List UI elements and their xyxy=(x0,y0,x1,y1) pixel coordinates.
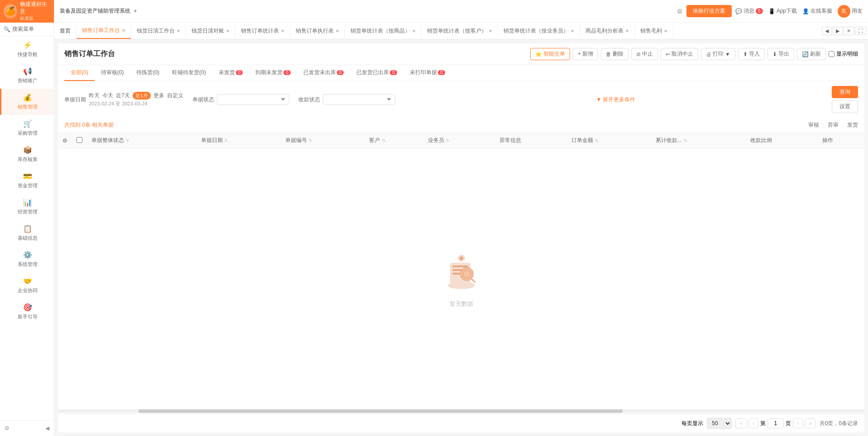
th-settings[interactable]: ⚙ xyxy=(58,133,72,148)
import-button[interactable]: ⬆ 导入 xyxy=(738,48,765,60)
sidebar-item-operations[interactable]: 📊 经营管理 xyxy=(0,194,54,220)
sort-icon[interactable]: ⇅ xyxy=(125,138,129,143)
tab-sales-by-customer[interactable]: 销货单统计表（按客户） ✕ xyxy=(422,24,498,38)
tab-sales-exec[interactable]: 销售订单执行表 ✕ xyxy=(290,24,345,38)
select-all-checkbox[interactable] xyxy=(77,137,82,143)
print-button[interactable]: 🖨 打印 ▼ xyxy=(701,48,735,60)
svg-line-7 xyxy=(471,279,475,282)
filter-tab-overdue-unshipped[interactable]: 到期未发货0 xyxy=(249,65,297,81)
smart-create-button[interactable]: ⭐ 智能生单 xyxy=(530,48,570,60)
sort-icon[interactable]: ⇅ xyxy=(308,138,312,143)
filter-tab-unshipped[interactable]: 未发货0 xyxy=(212,65,249,81)
last-page-button[interactable]: » xyxy=(805,418,816,428)
message-button[interactable]: 💬 消息 6 xyxy=(735,7,763,15)
sidebar-search[interactable]: 🔍 搜索菜单 xyxy=(0,23,54,36)
page-input[interactable]: 1 xyxy=(767,418,784,428)
tab-close-icon[interactable]: ✕ xyxy=(571,28,574,33)
sort-icon[interactable]: ⇅ xyxy=(382,138,385,143)
prev-page-button[interactable]: ‹ xyxy=(748,418,758,428)
tab-home[interactable]: 首页 xyxy=(54,24,77,38)
tab-scroll-left-button[interactable]: ◀ xyxy=(822,27,832,35)
tab-close-icon[interactable]: ✕ xyxy=(281,28,284,33)
tab-close-icon[interactable]: ✕ xyxy=(664,28,667,33)
tab-close-icon[interactable]: ✕ xyxy=(336,28,339,33)
query-button[interactable]: 查询 xyxy=(832,86,858,98)
tab-close-icon[interactable]: ✕ xyxy=(226,28,230,33)
display-detail-checkbox[interactable] xyxy=(829,51,834,57)
date-more[interactable]: 更多 xyxy=(153,92,164,100)
sidebar-item-system[interactable]: ⚙️ 系统管理 xyxy=(0,246,54,272)
tab-close-icon[interactable]: ✕ xyxy=(122,28,125,33)
filter-tab-shipped-out[interactable]: 已发货已出库0 xyxy=(350,65,403,81)
sort-icon[interactable]: ⇅ xyxy=(683,138,687,143)
tab-close-icon[interactable]: ✕ xyxy=(412,28,416,33)
date-label: 单据日期 xyxy=(64,96,86,104)
tab-close-icon[interactable]: ✕ xyxy=(177,28,180,33)
tab-close-all-button[interactable]: ✕ xyxy=(844,27,854,35)
online-service-button[interactable]: 👤 在线客服 xyxy=(802,7,832,15)
page-size-select[interactable]: 10 20 50 100 xyxy=(707,418,732,429)
app-download-button[interactable]: 📱 App下载 xyxy=(768,7,797,15)
date-custom[interactable]: 自定义 xyxy=(167,92,183,100)
tab-daily-reconcile[interactable]: 钱货日清对账 ✕ xyxy=(186,24,235,38)
filter-tab-wangpu-pending[interactable]: 旺铺待发货(0) xyxy=(166,65,212,81)
sort-icon[interactable]: ⇅ xyxy=(446,138,449,143)
expand-conditions-button[interactable]: ▼ 展开更多条件 xyxy=(596,96,635,104)
tab-sales-order-workbench[interactable]: 销售订单工作台 ✕ xyxy=(77,23,131,39)
sidebar-item-collab[interactable]: 🤝 企业协同 xyxy=(0,272,54,299)
tab-close-icon[interactable]: ✕ xyxy=(625,28,629,33)
date-1month-badge[interactable]: 近1月 xyxy=(133,92,151,100)
sidebar-settings-icon[interactable]: ⚙ xyxy=(5,425,10,431)
setting-button[interactable]: 设置 xyxy=(832,100,858,113)
filter-tab-shipped-not-out[interactable]: 已发货未出库0 xyxy=(297,65,350,81)
scrollbar-thumb[interactable] xyxy=(139,409,623,413)
horizontal-scrollbar[interactable] xyxy=(58,409,864,413)
sidebar-item-finance[interactable]: 💳 资金管理 xyxy=(0,167,54,194)
date-7days[interactable]: 近7天 xyxy=(116,92,130,100)
bulk-ship-button[interactable]: 发货 xyxy=(847,121,858,129)
tab-sales-by-product[interactable]: 销货单统计表（按商品） ✕ xyxy=(345,24,422,38)
tab-close-icon[interactable]: ✕ xyxy=(489,28,492,33)
refresh-button[interactable]: 🔄 刷新 xyxy=(797,48,826,60)
display-detail-label[interactable]: 显示明细 xyxy=(829,50,858,58)
date-yesterday[interactable]: 昨天 xyxy=(89,92,100,100)
filter-tab-pending-review[interactable]: 待审核(0) xyxy=(95,65,130,81)
tab-daily-clear-workbench[interactable]: 钱货日清工作台 ✕ xyxy=(131,24,186,38)
payment-select[interactable] xyxy=(323,94,395,105)
sidebar-item-inventory[interactable]: 📦 库存核算 xyxy=(0,141,54,167)
add-button[interactable]: + 新增 xyxy=(573,48,598,60)
status-select[interactable] xyxy=(217,94,289,105)
tab-sales-stats[interactable]: 销售订单统计表 ✕ xyxy=(235,24,290,38)
export-button[interactable]: ⬇ 导出 xyxy=(767,48,794,60)
first-page-button[interactable]: « xyxy=(735,418,747,428)
tab-scroll-right-button[interactable]: ▶ xyxy=(833,27,843,35)
sort-icon[interactable]: ⇅ xyxy=(595,138,598,143)
sidebar-item-purchase[interactable]: 🛒 采购管理 xyxy=(0,115,54,141)
tab-sales-profit[interactable]: 销售毛利 ✕ xyxy=(635,24,673,38)
cancel-stop-button[interactable]: ↩ 取消中止 xyxy=(661,48,698,60)
filter-tab-pending-pick[interactable]: 待拣货(0) xyxy=(130,65,166,81)
settings-gear-icon[interactable]: ⚙ xyxy=(677,8,683,15)
tab-sales-by-staff[interactable]: 销货单统计表（按业务员） ✕ xyxy=(498,24,580,38)
date-today[interactable]: 今天 xyxy=(102,92,113,100)
next-page-button[interactable]: › xyxy=(793,418,803,428)
tab-gross-margin[interactable]: 商品毛利分析表 ✕ xyxy=(580,24,635,38)
sidebar-item-marketing[interactable]: 📢 营销推广 xyxy=(0,62,54,89)
bulk-reject-button[interactable]: 弃审 xyxy=(828,121,839,129)
sort-icon[interactable]: ⇅ xyxy=(224,138,228,143)
system-dropdown-icon[interactable]: ▼ xyxy=(133,9,138,14)
sidebar-collapse-icon[interactable]: ◀ xyxy=(45,425,49,431)
filter-tab-unprinted[interactable]: 未打印单据0 xyxy=(403,65,451,81)
delete-button[interactable]: 🗑 删除 xyxy=(601,48,628,60)
sidebar-item-guide[interactable]: 🎯 新手引导 xyxy=(0,299,54,325)
sidebar-item-sales[interactable]: 💰 销售管理 xyxy=(0,89,54,115)
th-checkbox[interactable] xyxy=(72,133,87,148)
filter-tab-all[interactable]: 全部(0) xyxy=(64,65,95,81)
user-menu-button[interactable]: 友 用友 xyxy=(838,5,863,18)
sidebar-item-basic-info[interactable]: 📋 基础信息 xyxy=(0,220,54,246)
sidebar-item-quicknav[interactable]: ⚡ 快捷导航 xyxy=(0,36,54,62)
bulk-review-button[interactable]: 审核 xyxy=(808,121,819,129)
stop-button[interactable]: ⊘ 中止 xyxy=(631,48,658,60)
industry-solution-button[interactable]: 体验行业方案 xyxy=(686,5,732,17)
tab-fullscreen-button[interactable]: ⛶ xyxy=(855,27,866,35)
